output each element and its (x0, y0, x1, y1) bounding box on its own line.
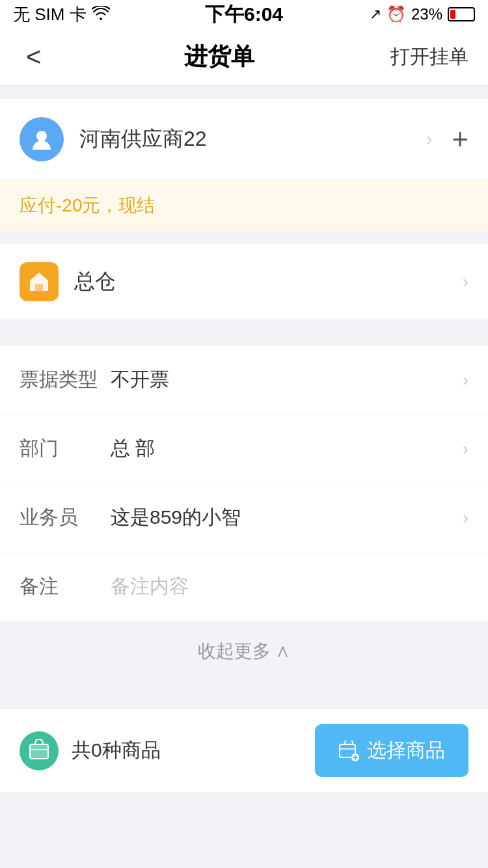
remark-input[interactable]: 备注内容 (111, 573, 468, 600)
battery-icon (448, 7, 475, 21)
supplier-row[interactable]: 河南供应商22 › + (0, 99, 488, 180)
wifi-icon (92, 4, 110, 25)
invoice-row[interactable]: 票据类型 不开票 › (0, 346, 488, 414)
supplier-name: 河南供应商22 (79, 125, 426, 154)
notice-banner: 应付-20元，现结 (0, 180, 488, 231)
department-arrow-icon: › (463, 439, 468, 459)
warehouse-arrow-icon: › (463, 271, 468, 292)
status-right: ↗ ⏰ 23% (370, 5, 475, 23)
department-label: 部门 (20, 435, 111, 462)
salesman-arrow-icon: › (463, 508, 468, 528)
collapse-label: 收起更多 ∧ (198, 639, 291, 664)
salesman-value: 这是859的小智 (111, 504, 463, 531)
remark-row[interactable]: 备注 备注内容 (0, 552, 488, 621)
alarm-icon: ⏰ (386, 5, 406, 23)
department-value: 总 部 (111, 435, 463, 462)
supplier-arrow-icon: › (426, 129, 432, 150)
invoice-arrow-icon: › (463, 370, 468, 390)
add-supplier-button[interactable]: + (452, 125, 468, 154)
status-bar: 无 SIM 卡 下午6:04 ↗ ⏰ 23% (0, 0, 488, 29)
svg-rect-3 (30, 744, 48, 759)
warehouse-row[interactable]: 总仓 › (0, 244, 488, 319)
select-product-icon (338, 740, 359, 761)
invoice-label: 票据类型 (20, 366, 111, 393)
divider-bottom (0, 682, 488, 695)
warehouse-name: 总仓 (74, 267, 463, 296)
product-icon (20, 731, 59, 770)
page-title: 进货单 (184, 41, 254, 73)
status-left: 无 SIM 卡 (13, 3, 110, 26)
battery-percent: 23% (411, 5, 442, 23)
warehouse-icon (20, 262, 59, 301)
divider-form-top (0, 319, 488, 332)
back-button[interactable]: < (20, 36, 47, 78)
remark-label: 备注 (20, 573, 111, 600)
carrier-label: 无 SIM 卡 (13, 3, 87, 26)
collapse-row[interactable]: 收起更多 ∧ (0, 621, 488, 682)
department-row[interactable]: 部门 总 部 › (0, 414, 488, 483)
divider-mid (0, 231, 488, 244)
select-product-label: 选择商品 (367, 737, 445, 764)
bottom-bar: 共0种商品 选择商品 (0, 708, 488, 793)
status-time: 下午6:04 (205, 1, 283, 28)
supplier-section: 河南供应商22 › + 应付-20元，现结 (0, 99, 488, 231)
salesman-label: 业务员 (20, 504, 111, 531)
divider-top (0, 86, 488, 99)
supplier-avatar (20, 117, 64, 161)
notice-text: 应付-20元，现结 (20, 195, 155, 215)
location-icon: ↗ (370, 6, 381, 23)
product-count: 共0种商品 (72, 737, 315, 764)
svg-point-0 (36, 131, 47, 141)
nav-bar: < 进货单 打开挂单 (0, 29, 488, 86)
form-section: 票据类型 不开票 › 部门 总 部 › 业务员 这是859的小智 › 备注 备注… (0, 346, 488, 621)
open-hang-button[interactable]: 打开挂单 (390, 44, 468, 70)
svg-rect-2 (35, 284, 43, 291)
salesman-row[interactable]: 业务员 这是859的小智 › (0, 483, 488, 552)
invoice-value: 不开票 (111, 366, 463, 393)
select-product-button[interactable]: 选择商品 (315, 724, 468, 777)
